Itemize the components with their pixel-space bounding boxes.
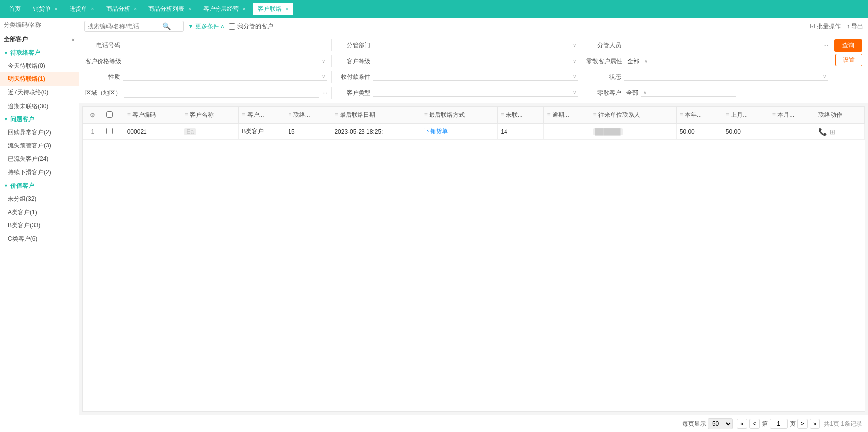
sidebar-item-today[interactable]: 今天待联络(0) bbox=[0, 59, 79, 72]
nav-product-analysis-list[interactable]: 商品分析列表 × bbox=[144, 3, 196, 15]
filter-retail-customer-chevron: ∨ bbox=[643, 90, 647, 95]
sidebar-group-problem-customers[interactable]: 问题客户 bbox=[0, 113, 79, 126]
filter-retail-customer-select[interactable]: ∨ bbox=[641, 89, 737, 97]
next-page-button[interactable]: > bbox=[797, 419, 808, 429]
filter-manager-dots[interactable]: ··· bbox=[823, 42, 828, 49]
sidebar-item-ungrouped[interactable]: 未分组(32) bbox=[0, 192, 79, 206]
filter-row-2: 客户价格等级 ∨ 客户等级 ∨ bbox=[85, 55, 828, 67]
last-contact-method-link[interactable]: 下销货单 bbox=[424, 128, 448, 135]
filter-dept: 分管部门 ∨ bbox=[336, 41, 578, 50]
filter-row-3: 性质 ∨ 收付款条件 ∨ bbox=[85, 71, 828, 83]
td-company-contact: ██████ bbox=[590, 124, 676, 140]
filter-dept-label: 分管部门 bbox=[336, 41, 370, 50]
filter-payment-select[interactable]: ∨ bbox=[373, 73, 578, 81]
td-customer-name: Ea bbox=[181, 124, 239, 140]
settings-button[interactable]: 设置 bbox=[835, 54, 862, 66]
filter-region-input[interactable] bbox=[124, 88, 319, 98]
toolbar: 🔍 ▼ 更多条件 ∧ 我分管的客户 ☑ 批量操作 ↑ 导出 bbox=[79, 18, 868, 35]
my-customers-checkbox[interactable] bbox=[229, 23, 235, 30]
content-area: 🔍 ▼ 更多条件 ∧ 我分管的客户 ☑ 批量操作 ↑ 导出 bbox=[79, 18, 868, 432]
filter-phone-input[interactable] bbox=[123, 41, 327, 50]
th-overdue[interactable]: 逾期... bbox=[544, 107, 590, 124]
filter-customer-grade-select[interactable]: ∨ bbox=[373, 57, 578, 65]
th-this-month[interactable]: 本月... bbox=[769, 107, 815, 124]
sidebar-all-customers[interactable]: 全部客户 « bbox=[0, 32, 79, 47]
sidebar-item-overdue[interactable]: 逾期未联络(30) bbox=[0, 100, 79, 113]
toolbar-right-actions: ☑ 批量操作 ↑ 导出 bbox=[810, 22, 863, 31]
nav-home[interactable]: 首页 bbox=[4, 3, 26, 15]
th-customer-type[interactable]: 客户... bbox=[239, 107, 285, 124]
filter-manager-input[interactable] bbox=[624, 41, 820, 50]
nav-purchase-order-close[interactable]: × bbox=[91, 6, 94, 12]
nav-customer-contact-close[interactable]: × bbox=[285, 6, 288, 12]
filter-region-dots[interactable]: ··· bbox=[322, 89, 327, 96]
th-this-year[interactable]: 本年... bbox=[676, 107, 723, 124]
td-checkbox[interactable] bbox=[103, 124, 124, 140]
more-filters-button[interactable]: ▼ 更多条件 ∧ bbox=[188, 22, 225, 31]
first-page-button[interactable]: « bbox=[737, 419, 747, 429]
nav-sales-order-close[interactable]: × bbox=[54, 6, 57, 12]
my-customers-checkbox-area[interactable]: 我分管的客户 bbox=[229, 22, 273, 31]
sidebar-item-repeated-abnormal[interactable]: 回购异常客户(2) bbox=[0, 126, 79, 139]
th-company-contact[interactable]: 往来单位联系人 bbox=[590, 107, 676, 124]
gear-icon[interactable]: ⚙ bbox=[90, 112, 95, 119]
th-last-month[interactable]: 上月... bbox=[723, 107, 769, 124]
grid-action-icon[interactable]: ⊞ bbox=[830, 128, 836, 136]
th-contact[interactable]: 联络... bbox=[285, 107, 331, 124]
total-info: 共1页 1条记录 bbox=[824, 420, 862, 428]
th-customer-code[interactable]: 客户编码 bbox=[124, 107, 181, 124]
filter-phone-label: 电话号码 bbox=[85, 41, 120, 50]
sidebar-group-pending-contact[interactable]: 待联络客户 bbox=[0, 47, 79, 59]
sidebar-item-continuous-decline[interactable]: 持续下滑客户(2) bbox=[0, 166, 79, 179]
filter-dept-select[interactable]: ∨ bbox=[373, 41, 578, 49]
page-size-select[interactable]: 50 10 20 100 bbox=[708, 418, 733, 429]
th-last-contact-method[interactable]: 最后联络方式 bbox=[421, 107, 498, 124]
page-number-input[interactable] bbox=[770, 419, 788, 429]
table-header-row: ⚙ 客户编码 客户名称 客户... 联络... 最后联络日期 最后联络方式 未联… bbox=[83, 107, 865, 124]
nav-product-analysis-close[interactable]: × bbox=[134, 6, 137, 12]
export-button[interactable]: ↑ 导出 bbox=[847, 22, 863, 31]
sidebar-item-class-b[interactable]: B类客户(33) bbox=[0, 219, 79, 232]
phone-action-icon[interactable]: 📞 bbox=[818, 128, 827, 136]
nav-purchase-order[interactable]: 进货单 × bbox=[65, 3, 99, 15]
nav-product-analysis[interactable]: 商品分析 × bbox=[101, 3, 142, 15]
td-customer-type: B类客户 bbox=[239, 124, 285, 140]
row-checkbox[interactable] bbox=[106, 128, 113, 134]
sidebar-group-value-customers[interactable]: 价值客户 bbox=[0, 180, 79, 192]
filter-retail-attr-select[interactable]: ∨ bbox=[642, 57, 737, 65]
th-last-contact-date[interactable]: 最后联络日期 bbox=[331, 107, 421, 124]
th-uncontacted[interactable]: 未联... bbox=[498, 107, 544, 124]
nav-customer-tier-close[interactable]: × bbox=[242, 6, 245, 12]
sidebar-item-class-c[interactable]: C类客户(6) bbox=[0, 232, 79, 246]
top-navigation: 首页 销货单 × 进货单 × 商品分析 × 商品分析列表 × 客户分层经营 × … bbox=[0, 0, 868, 18]
query-button[interactable]: 查询 bbox=[834, 39, 862, 52]
filter-price-level-label: 客户价格等级 bbox=[85, 57, 121, 66]
nav-customer-contact[interactable]: 客户联络 × bbox=[253, 3, 293, 15]
nav-customer-tier[interactable]: 客户分层经营 × bbox=[198, 3, 251, 15]
th-customer-name[interactable]: 客户名称 bbox=[181, 107, 239, 124]
last-page-button[interactable]: » bbox=[810, 419, 820, 429]
filter-nature-select[interactable]: ∨ bbox=[123, 73, 327, 81]
sidebar-item-lost[interactable]: 已流失客户(24) bbox=[0, 152, 79, 166]
filter-customer-type-select[interactable]: ∨ bbox=[373, 89, 578, 97]
prev-page-button[interactable]: < bbox=[749, 419, 760, 429]
th-checkbox[interactable] bbox=[103, 107, 124, 124]
sidebar-item-class-a[interactable]: A类客户(1) bbox=[0, 206, 79, 219]
sidebar-item-near7days[interactable]: 近7天待联络(0) bbox=[0, 86, 79, 99]
select-all-checkbox[interactable] bbox=[106, 111, 113, 118]
nav-product-analysis-list-close[interactable]: × bbox=[188, 6, 191, 12]
filter-manager-label: 分管人员 bbox=[586, 41, 621, 50]
sidebar-item-lost-potential[interactable]: 流失预警客户(3) bbox=[0, 139, 79, 152]
sidebar-search-input[interactable] bbox=[4, 21, 78, 28]
page-navigation: « < 第 页 > » bbox=[737, 419, 820, 429]
filter-payment: 收付款条件 ∨ bbox=[336, 73, 578, 81]
filter-status-select[interactable]: ∨ bbox=[624, 73, 828, 81]
main-search-input[interactable] bbox=[88, 23, 162, 30]
td-last-contact-method[interactable]: 下销货单 bbox=[421, 124, 498, 140]
main-search-icon[interactable]: 🔍 bbox=[162, 22, 171, 30]
filter-price-level-select[interactable]: ∨ bbox=[124, 57, 327, 65]
bulk-op-button[interactable]: ☑ 批量操作 bbox=[810, 22, 841, 31]
sidebar-item-tomorrow[interactable]: 明天待联络(1) bbox=[0, 72, 79, 86]
filter-region: 区域（地区） ··· bbox=[85, 88, 327, 98]
nav-sales-order[interactable]: 销货单 × bbox=[28, 3, 63, 15]
